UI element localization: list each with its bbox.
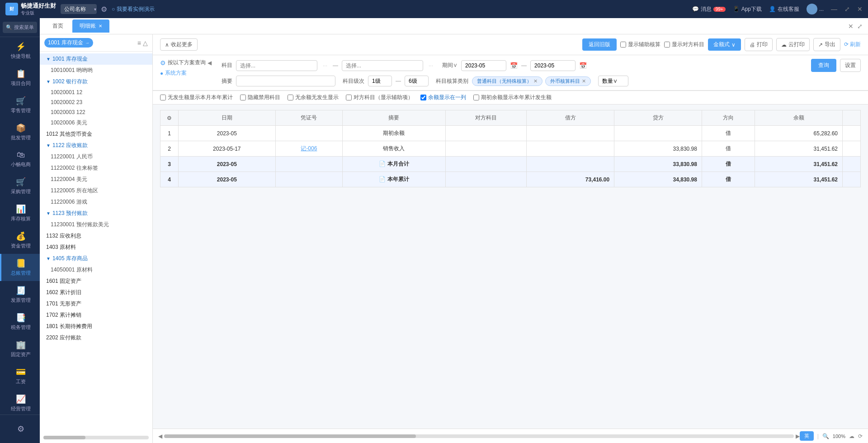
refresh-button[interactable]: ⟳ 刷新 xyxy=(844,41,861,48)
sidebar-item-invoice[interactable]: 🧾 发票管理 xyxy=(0,281,40,308)
subject-start-input[interactable] xyxy=(236,60,317,71)
sidebar-item-purchase[interactable]: 🛒 采购管理 xyxy=(0,172,40,200)
show-contra-checkbox[interactable] xyxy=(664,42,670,48)
tree-item-1403[interactable]: 1403 原材料 xyxy=(40,242,152,253)
tree-item-14050001[interactable]: 14050001 原材料 xyxy=(40,264,152,276)
sidebar-item-operations[interactable]: 📈 经营管理 xyxy=(0,390,40,414)
company-selector[interactable]: 公司名称 xyxy=(61,4,97,14)
tree-item-1601[interactable]: 1601 固定资产 xyxy=(40,276,152,287)
hide-disabled-checkbox[interactable] xyxy=(240,95,246,100)
global-settings-icon[interactable]: ⚙ xyxy=(101,5,107,14)
filter-tag-foreign-close[interactable]: ✕ xyxy=(582,78,586,84)
tree-item-1001[interactable]: ▼1001 库存现金 xyxy=(40,53,152,65)
scroll-right-icon[interactable]: ▶ xyxy=(796,433,800,439)
demo-link[interactable]: ○ 我要看实例演示 xyxy=(112,5,155,13)
subject-end-input[interactable] xyxy=(342,60,423,71)
tree-item-10020006[interactable]: 10020006 美元 xyxy=(40,117,152,129)
user-area[interactable]: ... xyxy=(807,4,824,14)
tree-item-10020001[interactable]: 10020001 12 xyxy=(40,87,152,97)
tree-item-1012[interactable]: 1012 其他货币资金 xyxy=(40,129,152,140)
tree-item-2202[interactable]: 2202 应付账款 xyxy=(40,332,152,343)
message-action[interactable]: 💬 消息 99+ xyxy=(692,5,726,13)
option-balance-one-col[interactable]: 余额显示在一列 xyxy=(420,94,466,101)
cloud-icon[interactable]: ☁ xyxy=(849,433,854,439)
online-service-action[interactable]: 👤 在线客服 xyxy=(769,5,799,13)
currency-mode-button[interactable]: 金额式 ∨ xyxy=(708,38,741,51)
scrollbar-thumb[interactable] xyxy=(164,434,416,438)
tree-expand-button[interactable]: △ xyxy=(143,39,148,47)
window-maximize-button[interactable]: ⤢ xyxy=(844,5,850,13)
sidebar-item-project[interactable]: 📋 项目合同 xyxy=(0,64,40,91)
col-settings-header[interactable]: ⚙ xyxy=(160,110,179,126)
option-period-opening[interactable]: 期初余额显示本年累计发生额 xyxy=(473,94,552,101)
tab-bar-close-button[interactable]: ✕ xyxy=(848,23,854,30)
quantity-select[interactable]: 数量∨ xyxy=(598,76,628,86)
tree-item-1002[interactable]: ▼1002 银行存款 xyxy=(40,76,152,87)
filter-tag-normal-close[interactable]: ✕ xyxy=(533,78,538,84)
tab-ledger[interactable]: 明细账 ✕ xyxy=(72,19,109,33)
sidebar-item-wholesale[interactable]: 📦 批发管理 xyxy=(0,119,40,146)
tree-item-10010001[interactable]: 10010001 哟哟哟 xyxy=(40,65,152,76)
sidebar-item-salary[interactable]: 💳 工资 xyxy=(0,362,40,390)
account-badge[interactable]: 1001 库存现金 → xyxy=(44,38,93,48)
sidebar-item-retail[interactable]: 🛒 零售管理 xyxy=(0,91,40,119)
tree-item-1405[interactable]: ▼1405 库存商品 xyxy=(40,253,152,264)
app-download-action[interactable]: 📱 App下载 xyxy=(733,5,762,13)
sidebar-item-inventory[interactable]: 📊 库存核算 xyxy=(0,200,40,227)
level-end-select[interactable]: 6级1级2级 xyxy=(405,76,429,86)
bottom-scroll-area[interactable]: ◀ ▶ xyxy=(158,433,800,439)
sidebar-item-ecommerce[interactable]: 🛍 小畅电商 xyxy=(0,146,40,172)
level-start-select[interactable]: 1级2级3级 xyxy=(368,76,392,86)
tree-item-1122[interactable]: ▼1122 应收账款 xyxy=(40,140,152,151)
cloud-sync-icon[interactable]: ⟳ xyxy=(858,433,863,439)
cloud-print-button[interactable]: ☁ 云打印 xyxy=(776,38,810,51)
filter-collapse-icon[interactable]: ◀ xyxy=(208,60,212,66)
return-old-version-button[interactable]: 返回旧版 xyxy=(582,38,617,51)
sidebar-item-quick-nav[interactable]: ⚡ 快捷导航 xyxy=(0,37,40,64)
search-menu-button[interactable]: 🔍 搜索菜单 xyxy=(3,22,37,33)
sidebar-item-assets[interactable]: 🏢 固定资产 xyxy=(0,335,40,362)
period-start-input[interactable] xyxy=(461,60,506,71)
window-minimize-button[interactable]: — xyxy=(831,5,837,13)
horizontal-scrollbar[interactable] xyxy=(164,434,794,438)
tree-item-1132[interactable]: 1132 应收利息 xyxy=(40,230,152,242)
contra-checkbox[interactable] xyxy=(346,95,352,100)
tree-item-1702[interactable]: 1702 累计摊销 xyxy=(40,310,152,321)
option-contra[interactable]: 对方科目（显示辅助项） xyxy=(346,94,413,101)
tab-home[interactable]: 首页 xyxy=(45,19,71,33)
tree-item-10020003[interactable]: 10020003 122 xyxy=(40,107,152,117)
sidebar-item-finance[interactable]: 💰 资金管理 xyxy=(0,227,40,254)
account-badge-arrow[interactable]: → xyxy=(85,40,90,45)
tree-item-10020002[interactable]: 10020002 23 xyxy=(40,97,152,107)
summary-input[interactable] xyxy=(236,76,335,86)
tree-item-1701[interactable]: 1701 无形资产 xyxy=(40,298,152,310)
tree-item-1123[interactable]: ▼1123 预付账款 xyxy=(40,208,152,219)
period-end-calendar-icon[interactable]: 📅 xyxy=(579,62,587,69)
tab-bar-expand-button[interactable]: ⤢ xyxy=(857,23,863,30)
query-button[interactable]: 查询 xyxy=(811,59,836,72)
tree-item-11230001[interactable]: 11230001 预付账款美元 xyxy=(40,219,152,230)
balance-one-col-checkbox[interactable] xyxy=(420,95,426,100)
tree-item-11220005[interactable]: 11220005 所在地区 xyxy=(40,185,152,196)
no-balance-checkbox[interactable] xyxy=(288,95,293,100)
tree-item-11220006[interactable]: 11220006 游戏 xyxy=(40,196,152,208)
show-aux-checkbox[interactable] xyxy=(620,42,626,48)
zoom-icon[interactable]: 🔍 xyxy=(822,433,829,439)
option-no-occurrence[interactable]: 无发生额显示本月本年累计 xyxy=(160,94,233,101)
cell-voucher-1[interactable]: 记-006 xyxy=(275,141,343,157)
option-no-balance[interactable]: 无余额无发生显示 xyxy=(288,94,339,101)
tree-horizontal-scroll[interactable] xyxy=(40,434,152,443)
scroll-left-icon[interactable]: ◀ xyxy=(158,433,162,439)
system-scheme[interactable]: ● 系统方案 xyxy=(160,69,214,77)
tree-list-view-button[interactable]: ≡ xyxy=(137,39,141,47)
period-end-input[interactable] xyxy=(530,60,576,71)
no-occurrence-checkbox[interactable] xyxy=(160,95,166,100)
tree-item-11220002[interactable]: 11220002 往来标签 xyxy=(40,162,152,174)
export-button[interactable]: ↗ 导出 xyxy=(813,38,840,51)
print-button[interactable]: 🖨 打印 xyxy=(745,38,773,51)
period-start-calendar-icon[interactable]: 📅 xyxy=(510,62,518,69)
tree-item-11220001[interactable]: 11220001 人民币 xyxy=(40,151,152,162)
tree-item-1602[interactable]: 1602 累计折旧 xyxy=(40,287,152,298)
sidebar-item-accounting[interactable]: 📒 总账管理 xyxy=(0,254,40,281)
sidebar-item-tax[interactable]: 📑 税务管理 xyxy=(0,308,40,335)
